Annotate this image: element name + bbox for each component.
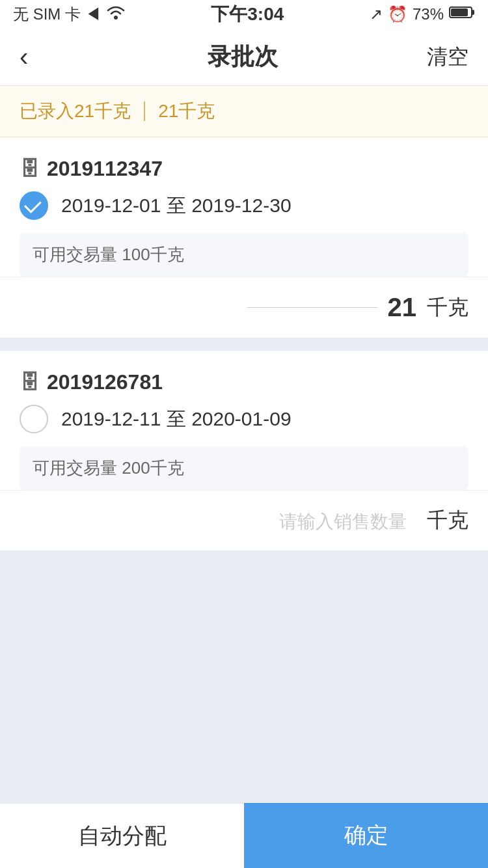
svg-point-0	[114, 16, 118, 20]
alarm-icon: ⏰	[388, 5, 407, 23]
batch-icon-2: 🗄	[20, 372, 39, 394]
batch-2-header: 🗄 2019126781	[20, 370, 468, 394]
batch-card-2: 🗄 2019126781 2019-12-11 至 2020-01-09 可用交…	[0, 351, 488, 490]
batch-1-amount: 21	[388, 293, 417, 322]
battery-icon	[449, 5, 475, 23]
batch-1-id: 2019112347	[47, 157, 163, 181]
back-button[interactable]: ‹	[20, 42, 59, 72]
batch-2-avail: 可用交易量 200千克	[20, 446, 468, 490]
batch-2-radio[interactable]	[20, 405, 48, 433]
batch-1-amount-row: 21 千克	[0, 277, 488, 338]
section-separator	[0, 338, 488, 351]
batch-2-id: 2019126781	[47, 370, 163, 394]
recorded-amount: 已录入21千克	[20, 99, 131, 124]
batch-1-date: 2019-12-01 至 2019-12-30	[61, 193, 291, 219]
status-time: 下午3:04	[211, 2, 284, 27]
nav-bar: ‹ 录批次 清空	[0, 29, 488, 86]
empty-content-area	[0, 550, 488, 803]
batch-1-header: 🗄 2019112347	[20, 157, 468, 181]
total-amount: 21千克	[158, 99, 215, 124]
location-icon: ↗	[370, 5, 383, 23]
batch-2-input-row: 千克	[0, 490, 488, 550]
batch-1-unit: 千克	[427, 293, 468, 322]
batch-1-row[interactable]: 2019-12-01 至 2019-12-30	[20, 191, 468, 220]
wifi-icon	[106, 5, 126, 23]
batch-card-1: 🗄 2019112347 2019-12-01 至 2019-12-30 可用交…	[0, 137, 488, 277]
info-bar: 已录入21千克 21千克	[0, 86, 488, 137]
status-bar: 无 SIM 卡 ◀ 下午3:04 ↗ ⏰ 73%	[0, 0, 488, 29]
batch-2-row[interactable]: 2019-12-11 至 2020-01-09	[20, 405, 468, 433]
svg-rect-2	[472, 10, 474, 15]
page-title: 录批次	[208, 41, 278, 73]
page-wrapper: 无 SIM 卡 ◀ 下午3:04 ↗ ⏰ 73%	[0, 0, 488, 868]
svg-rect-3	[451, 8, 468, 16]
sim-label: 无 SIM 卡 ◀	[13, 4, 101, 25]
amount-underline	[247, 307, 377, 308]
info-divider	[144, 102, 145, 121]
batch-2-date: 2019-12-11 至 2020-01-09	[61, 406, 291, 433]
batch-1-radio[interactable]	[20, 191, 48, 220]
batch-1-avail: 可用交易量 100千克	[20, 233, 468, 277]
clear-button[interactable]: 清空	[427, 43, 468, 72]
batch-2-unit: 千克	[427, 506, 468, 535]
status-left: 无 SIM 卡 ◀	[13, 4, 126, 25]
batch-icon-1: 🗄	[20, 158, 39, 180]
confirm-button[interactable]: 确定	[244, 803, 488, 868]
status-right: ↗ ⏰ 73%	[370, 5, 475, 23]
quantity-input[interactable]	[254, 509, 416, 533]
auto-distribute-button[interactable]: 自动分配	[0, 803, 244, 868]
battery-level: 73%	[413, 5, 444, 23]
bottom-bar: 自动分配 确定	[0, 803, 488, 868]
